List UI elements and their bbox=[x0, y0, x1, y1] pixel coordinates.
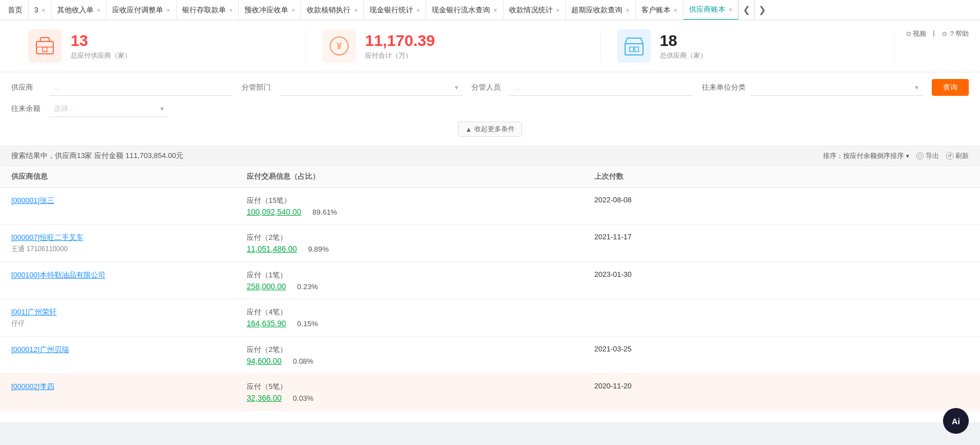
supplier-info: [000007]恒旺二手叉车 王通 17106110000 bbox=[11, 233, 247, 254]
transaction-info: 应付（2笔） 94,600.00 0.08% bbox=[247, 345, 594, 365]
balance-filter-select[interactable]: 选择... ▾ bbox=[49, 100, 168, 117]
trans-pct: 89.61% bbox=[312, 208, 337, 216]
top-navigation: 首页 3 × 其他收入单 × 应收应付调整单 × 银行存取款单 × 预收冲应收单… bbox=[0, 0, 980, 20]
tab-receivable-adjustment[interactable]: 应收应付调整单 × bbox=[107, 0, 176, 20]
trans-label: 应付（1笔） bbox=[247, 270, 594, 280]
table-row[interactable]: [000012]广州贝瑞 应付（2笔） 94,600.00 0.08% 2021… bbox=[0, 337, 980, 374]
supplier-name-link[interactable]: [000001]张三 bbox=[11, 196, 247, 206]
tab-customer-account[interactable]: 客户账本 × bbox=[636, 0, 683, 20]
results-summary-text: 搜索结果中，供应商13家 应付金额 111,703,854.00元 bbox=[11, 151, 183, 161]
close-icon[interactable]: × bbox=[417, 7, 420, 13]
top-links: ⊙ 视频 丨 ⊙ ？帮助 bbox=[895, 29, 969, 63]
category-filter-label: 往来单位分类 bbox=[702, 82, 746, 92]
category-filter-select[interactable]: ▾ bbox=[750, 79, 923, 96]
supplier-name-link[interactable]: [000012]广州贝瑞 bbox=[11, 345, 247, 355]
payable-supplier-count: 13 bbox=[71, 31, 131, 50]
export-icon: ⬡ bbox=[916, 152, 924, 160]
trans-amount[interactable]: 258,000.00 bbox=[247, 282, 286, 291]
trans-amount[interactable]: 32,366.00 bbox=[247, 393, 281, 402]
supplier-name-link[interactable]: [000007]恒旺二手叉车 bbox=[11, 233, 247, 243]
trans-pct: 0.03% bbox=[293, 394, 313, 402]
summary-info-amount: 11,170.39 应付合计（万） bbox=[365, 31, 435, 61]
supplier-contact: 仔仔 bbox=[11, 319, 25, 327]
transaction-info: 应付（15笔） 100,092,540.00 89.61% bbox=[247, 196, 594, 216]
summary-card-payable-suppliers: 13 总应付供应商（家） bbox=[11, 29, 306, 63]
svg-rect-6 bbox=[630, 47, 634, 52]
supplier-info: [000002]李四 bbox=[11, 382, 247, 393]
query-button[interactable]: 查询 bbox=[932, 79, 969, 96]
chevron-down-icon: ▾ bbox=[455, 84, 458, 91]
dept-filter-label: 分管部门 bbox=[242, 82, 275, 92]
supplier-name-link[interactable]: [000002]李四 bbox=[11, 382, 247, 392]
supplier-name-link[interactable]: [000100]本特勒油品有限公司 bbox=[11, 270, 247, 280]
table-row[interactable]: [000100]本特勒油品有限公司 应付（1笔） 258,000.00 0.23… bbox=[0, 262, 980, 299]
trans-amount[interactable]: 164,635.90 bbox=[247, 319, 286, 328]
table-row[interactable]: [001]广州荣轩 仔仔 应付（4笔） 164,635.90 0.15% bbox=[0, 299, 980, 337]
close-icon[interactable]: × bbox=[556, 7, 560, 13]
tab-supplier-account[interactable]: 供应商账本 × bbox=[683, 0, 738, 20]
trans-amount[interactable]: 100,092,540.00 bbox=[247, 207, 301, 216]
close-icon[interactable]: × bbox=[626, 7, 629, 13]
balance-filter: 往来余额 选择... ▾ bbox=[11, 100, 168, 117]
trans-pct: 9.89% bbox=[308, 245, 329, 253]
close-icon[interactable]: × bbox=[167, 7, 170, 13]
tab-cash-bank-flow[interactable]: 现金银行流水查询 × bbox=[426, 0, 503, 20]
last-pay-date: 2022-08-08 bbox=[594, 196, 969, 204]
last-pay-date: 2021-03-25 bbox=[594, 345, 969, 353]
supplier-filter-input[interactable] bbox=[49, 79, 233, 96]
supplier-contact: 王通 17106110000 bbox=[11, 245, 68, 253]
tab-bank-deposit[interactable]: 银行存取款单 × bbox=[177, 0, 239, 20]
tab-other-income[interactable]: 其他收入单 × bbox=[52, 0, 107, 20]
nav-next-arrow[interactable]: ❯ bbox=[754, 0, 770, 20]
table-row[interactable]: [000007]恒旺二手叉车 王通 17106110000 应付（2笔） 11,… bbox=[0, 225, 980, 262]
close-icon[interactable]: × bbox=[493, 7, 497, 13]
supplier-info: [000012]广州贝瑞 bbox=[11, 345, 247, 356]
chevron-down-icon: ▾ bbox=[915, 84, 918, 91]
collapse-filter-button[interactable]: ▲ 收起更多条件 bbox=[458, 122, 522, 137]
person-filter-input[interactable] bbox=[510, 79, 693, 96]
tab-home[interactable]: 首页 bbox=[2, 0, 29, 20]
store-icon bbox=[617, 29, 651, 63]
transaction-info: 应付（4笔） 164,635.90 0.15% bbox=[247, 307, 594, 328]
total-amount-label: 应付合计（万） bbox=[365, 51, 435, 61]
close-icon[interactable]: × bbox=[674, 7, 677, 13]
filter-row-2: 往来余额 选择... ▾ bbox=[11, 100, 969, 117]
trans-pct: 0.08% bbox=[293, 357, 313, 365]
results-bar: 搜索结果中，供应商13家 应付金额 111,703,854.00元 排序：按应付… bbox=[0, 146, 980, 166]
col-header-lastpay: 上次付数 bbox=[594, 171, 969, 182]
dept-filter-select[interactable]: ▾ bbox=[280, 79, 463, 96]
close-icon[interactable]: × bbox=[41, 7, 45, 13]
trans-amount[interactable]: 11,051,486.00 bbox=[247, 244, 297, 253]
transaction-info: 应付（1笔） 258,000.00 0.23% bbox=[247, 270, 594, 291]
supplier-name-link[interactable]: [001]广州荣轩 bbox=[11, 307, 247, 317]
video-link[interactable]: ⊙ 视频 bbox=[906, 29, 926, 39]
tab-prepayment[interactable]: 预收冲应收单 × bbox=[239, 0, 301, 20]
tab-3[interactable]: 3 × bbox=[29, 0, 52, 20]
col-header-transaction: 应付交易信息（占比） bbox=[247, 171, 594, 182]
tab-overdue-query[interactable]: 超期应收款查询 × bbox=[566, 0, 635, 20]
close-icon[interactable]: × bbox=[729, 6, 732, 13]
close-icon[interactable]: × bbox=[292, 7, 295, 13]
tab-payment-verify[interactable]: 收款核销执行 × bbox=[301, 0, 363, 20]
last-pay-date: 2023-01-30 bbox=[594, 270, 969, 279]
trans-label: 应付（2笔） bbox=[247, 233, 594, 243]
sort-selector[interactable]: 排序：按应付余额倒序排序 ▾ bbox=[823, 151, 909, 161]
table-row[interactable]: [000002]李四 应付（5笔） 32,366.00 0.03% 2020-1… bbox=[0, 374, 980, 411]
trans-amount[interactable]: 94,600.00 bbox=[247, 356, 281, 365]
svg-rect-2 bbox=[43, 47, 47, 52]
table-row[interactable]: [000001]张三 应付（15笔） 100,092,540.00 89.61%… bbox=[0, 188, 980, 225]
nav-prev-arrow[interactable]: ❮ bbox=[738, 0, 754, 20]
help-link[interactable]: ⊙ ？帮助 bbox=[942, 29, 969, 39]
close-icon[interactable]: × bbox=[354, 7, 357, 13]
close-icon[interactable]: × bbox=[97, 7, 100, 13]
tab-cash-bank-stats[interactable]: 现金银行统计 × bbox=[364, 0, 426, 20]
category-filter: 往来单位分类 ▾ bbox=[702, 79, 923, 96]
svg-rect-5 bbox=[625, 44, 643, 55]
balance-filter-label: 往来余额 bbox=[11, 104, 45, 114]
close-icon[interactable]: × bbox=[229, 7, 233, 13]
svg-text:¥: ¥ bbox=[337, 41, 342, 51]
refresh-button[interactable]: ↺ 刷新 bbox=[946, 151, 969, 161]
export-button[interactable]: ⬡ 导出 bbox=[916, 151, 939, 161]
tab-payment-stats[interactable]: 收款情况统计 × bbox=[503, 0, 566, 20]
table-header: 供应商信息 应付交易信息（占比） 上次付数 bbox=[0, 166, 980, 188]
